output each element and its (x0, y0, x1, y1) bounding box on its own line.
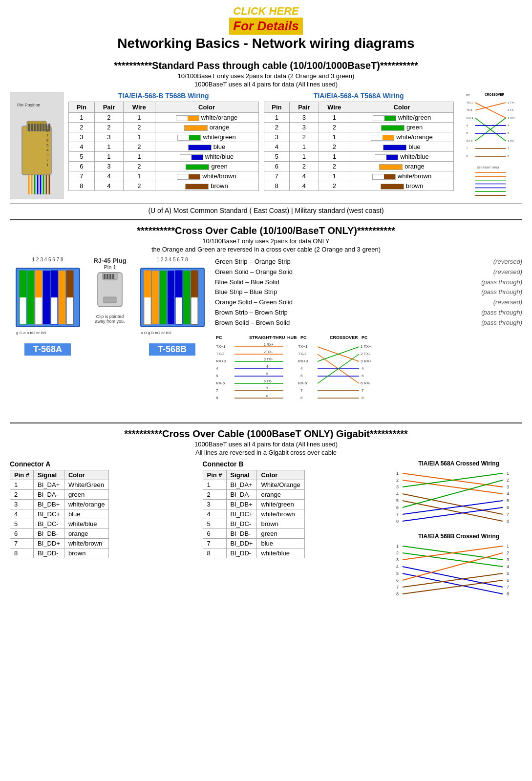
svg-text:8: 8 (46, 128, 49, 133)
cell-wire: 2 (124, 162, 155, 171)
svg-text:3: 3 (507, 557, 509, 562)
t568a-plug-container: 1 2 3 4 5 6 7 8 g G o b bO br BR (10, 257, 85, 356)
table-row: 6 BI_DB- orange (10, 528, 109, 538)
svg-rect-79 (112, 274, 114, 279)
cell-pin: 4 (69, 142, 95, 152)
table-row: 8 BI_DD- white/blue (203, 548, 304, 558)
cell-pair: 3 (290, 113, 319, 123)
cell-color: white/blue (350, 152, 454, 162)
svg-rect-91 (191, 271, 198, 297)
cell-color: blue (64, 509, 108, 519)
svg-text:4: 4 (362, 366, 364, 371)
svg-line-164 (403, 480, 503, 494)
svg-text:5: 5 (396, 498, 399, 503)
svg-text:1: 1 (507, 471, 509, 476)
cell-wire: 1 (319, 171, 350, 181)
cell-pin: 1 (10, 480, 34, 489)
t568b-title: TIA/EIA-568-B T568B Wiring (68, 92, 259, 100)
svg-text:8: 8 (396, 519, 399, 524)
for-details-text: For Details (229, 18, 302, 35)
crossover-info: Green Strip – Orange Strip (reversed) Gr… (215, 257, 522, 328)
svg-text:4: 4 (396, 564, 399, 569)
color-swatch (184, 125, 208, 131)
svg-rect-86 (168, 271, 174, 324)
cell-pin: 4 (264, 142, 290, 152)
cell-signal: BI_DC- (34, 519, 64, 528)
svg-text:6 RX-: 6 RX- (361, 381, 371, 385)
table-row: 6 2 2 orange (264, 162, 454, 171)
cell-wire: 1 (124, 152, 155, 162)
gigabit-title: **********Cross Over Cable (1000BaseT ON… (10, 428, 522, 440)
svg-rect-83 (144, 271, 151, 297)
cell-color: green (155, 162, 258, 171)
cell-pin: 6 (264, 162, 290, 171)
svg-text:8: 8 (396, 591, 399, 596)
svg-text:7: 7 (396, 512, 399, 517)
table-row: 5 BI_DC- brown (203, 519, 304, 528)
click-here-banner[interactable]: CLICK HERE For Details (10, 5, 522, 35)
svg-text:g G o b bO br BR: g G o b bO br BR (16, 331, 46, 335)
cell-wire: 2 (319, 181, 350, 191)
gigabit-right: TIA/EIA 568A Crossed Wiring 1 2 3 4 5 6 … (395, 460, 522, 601)
cell-wire: 1 (319, 152, 350, 162)
cell-color: white/orange (64, 499, 108, 509)
cell-signal: BI_DA- (34, 489, 64, 499)
svg-text:4: 4 (396, 491, 399, 496)
svg-text:7: 7 (300, 388, 303, 393)
cell-wire: 1 (124, 132, 155, 142)
svg-text:RX+3: RX+3 (216, 359, 226, 363)
svg-text:1 TX+: 1 TX+ (508, 101, 515, 104)
svg-rect-70 (59, 271, 65, 324)
cell-signal: BI_DC+ (226, 509, 257, 519)
straight-crossover-diagram: PC TX+1 TX-2 RX+3 4 5 RX-6 7 8 STRAIGHT-… (215, 333, 522, 418)
col-pin-a: Pin # (10, 470, 34, 480)
cell-color: white/brown (64, 538, 108, 548)
svg-line-45 (475, 103, 506, 118)
cell-signal: BI_DD- (226, 548, 257, 558)
pin-number-bar-a: 1 2 3 4 5 6 7 8 (32, 257, 64, 262)
connector-a-table: Pin # Signal Color 1 BI_DA+ White/Green … (10, 470, 109, 558)
svg-text:6: 6 (507, 505, 509, 510)
t568b-table: Pin Pair Wire Color 1 2 1 white/orange 2… (68, 102, 259, 191)
clip-label: Clip is pointed away from you. (90, 314, 129, 324)
wire-pair-status: (pass through) (481, 277, 522, 288)
svg-text:3 TX+: 3 TX+ (264, 358, 273, 361)
svg-text:5: 5 (266, 372, 268, 376)
cell-pin: 5 (69, 152, 95, 162)
svg-text:HUB: HUB (287, 335, 297, 340)
svg-text:6: 6 (396, 578, 399, 583)
table-row: 2 BI_DA- orange (203, 489, 304, 499)
cell-pair: 2 (290, 162, 319, 171)
cell-color: white/orange (350, 132, 454, 142)
svg-text:RX+3: RX+3 (298, 359, 308, 363)
standard-title: **********Standard Pass through cable (1… (10, 60, 522, 71)
cell-signal: BI_DA+ (226, 480, 257, 489)
t568a-header-pin: Pin (264, 102, 290, 113)
cell-pin: 5 (10, 519, 34, 528)
wire-pair-label: Orange Solid – Green Solid (215, 297, 488, 308)
cell-color: white/green (350, 113, 454, 123)
cell-signal: BI_DC- (226, 519, 257, 528)
table-row: 1 BI_DA+ White/Orange (203, 480, 304, 489)
cell-pin: 5 (203, 519, 226, 528)
wire-info-row: Brown Strip – Brown Strip (pass through) (215, 308, 522, 318)
svg-text:RX-6: RX-6 (467, 139, 473, 142)
gigabit-tables-row: Connector A Pin # Signal Color 1 BI_DA+ … (10, 460, 522, 601)
standard-footer: (U of A) Most Common Standard ( East Coa… (10, 203, 522, 214)
svg-text:8: 8 (508, 155, 509, 158)
cell-pin: 7 (69, 171, 95, 181)
cell-signal: BI_DC+ (34, 509, 64, 519)
t568b-plug-label: T-568B (149, 343, 195, 356)
t568a-header-color: Color (350, 102, 454, 113)
svg-text:4: 4 (300, 366, 303, 371)
table-row: 3 2 1 white/orange (264, 132, 454, 142)
svg-text:6 RX-: 6 RX- (508, 139, 514, 142)
cell-pair: 3 (94, 162, 123, 171)
cell-color: white/brown (257, 509, 304, 519)
table-row: 5 1 1 white/blue (264, 152, 454, 162)
crossover-plugs-row: 1 2 3 4 5 6 7 8 g G o b bO br BR (10, 257, 522, 418)
cell-pin: 3 (264, 132, 290, 142)
cell-pair: 4 (290, 181, 319, 191)
svg-rect-67 (43, 271, 50, 324)
t568b-header-wire: Wire (124, 102, 155, 113)
